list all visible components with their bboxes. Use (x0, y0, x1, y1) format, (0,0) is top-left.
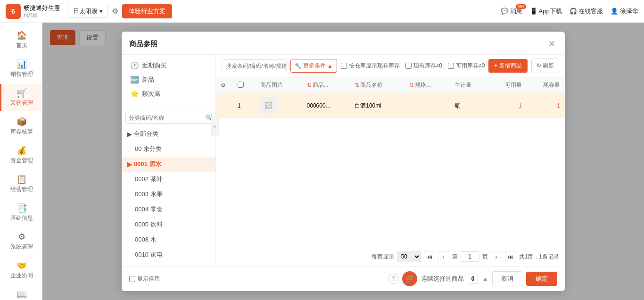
pagination: 每页显示 50 10 20 100 ⏮ ‹ 第 页 (216, 247, 565, 266)
category-beverage[interactable]: 0005 饮料 (122, 217, 215, 232)
toolbar: 🔍 🔧 更多条件 ▲ 按仓库显示现有库存 (216, 55, 565, 77)
check-warehouse[interactable]: 按仓库显示现有库存 (341, 62, 400, 70)
th-checkbox (233, 77, 256, 93)
product-image: 🖼 (260, 97, 277, 114)
exp-btn[interactable]: 体验行业方案 (122, 4, 172, 18)
total-info: 共1页，1条记录 (519, 253, 559, 261)
quick-access: 🕐 近期购买 🆕 新品 ⭐ 频次高 (122, 58, 215, 105)
more-filter-btn[interactable]: 🔧 更多条件 ▲ (290, 59, 337, 73)
th-stock: 现存量 (527, 77, 565, 93)
clock-icon: 🕐 (130, 61, 139, 70)
category-tea[interactable]: 0002 茶叶 (122, 172, 215, 187)
category-unclassified[interactable]: 00 未分类 (122, 142, 215, 157)
system-icon: ⚙ (18, 232, 25, 242)
table-body: 1 🖼 000600... (216, 93, 565, 118)
row-img: 🖼 (256, 93, 302, 118)
service-btn[interactable]: 🎧 在线客服 (570, 7, 603, 16)
modal-overlay: 商品参照 ✕ 🕐 近期购买 🆕 (42, 23, 644, 300)
quick-freq[interactable]: ⭐ 频次高 (125, 87, 212, 101)
sidebar-item-operations[interactable]: 📋 经营管理 (0, 170, 42, 197)
category-electronics[interactable]: 0010 家电 (122, 247, 215, 262)
check-stock-input[interactable] (405, 63, 412, 69)
purchase-icon: 🛒 (17, 88, 27, 98)
product-table-wrap: ⚙ 商品图片 (216, 77, 565, 247)
sidebar-item-inventory[interactable]: 📦 库存核算 (0, 113, 42, 140)
sidebar-item-system[interactable]: ⚙ 系统管理 (0, 228, 42, 255)
modal-title: 商品参照 (129, 40, 157, 49)
nav-right: 💬 99+ 消息 📱 App下载 🎧 在线客服 👤 徐泽华 (501, 7, 638, 16)
category-all[interactable]: ▶ 全部分类 (122, 126, 215, 142)
user-menu[interactable]: 👤 徐泽华 (611, 7, 638, 16)
quick-new[interactable]: 🆕 新品 (125, 73, 212, 87)
footer-right: ? 🛒 连续选择的商品 0 ▲ 取消 确定 (388, 271, 557, 286)
category-water[interactable]: 0008 水 (122, 232, 215, 247)
add-product-btn[interactable]: + 新增商品 (488, 59, 527, 73)
show-disabled-check[interactable]: 显示停用 (129, 275, 160, 283)
finance-icon: 💰 (17, 145, 27, 156)
collapse-up-btn[interactable]: ▲ (482, 275, 488, 283)
category-fruit[interactable]: 0003 水果 (122, 187, 215, 202)
category-list: ▶ 全部分类 00 未分类 ▶ 0001 酒水 (122, 126, 215, 262)
th-spec[interactable]: ⇅ 规格... (405, 77, 450, 93)
store-selector[interactable]: 日太阳膜 ▾ (68, 5, 108, 18)
arrow-icon-active: ▶ (127, 161, 132, 168)
sidebar-item-guide[interactable]: 📖 新手引导 (0, 285, 42, 300)
home-icon: 🏠 (17, 30, 27, 41)
right-panel: 🔍 🔧 更多条件 ▲ 按仓库显示现有库存 (216, 55, 565, 266)
next-page-btn[interactable]: › (491, 251, 502, 262)
sidebar-item-basic[interactable]: 📑 基础信息 (0, 199, 42, 226)
page-number-input[interactable] (461, 251, 479, 262)
check-avail-nonzero[interactable]: 可用库存≠0 (448, 62, 485, 70)
gear-icon[interactable]: ⚙ (112, 7, 118, 16)
sidebar-item-purchase[interactable]: 🛒 采购管理 (0, 84, 42, 111)
category-search-btn[interactable]: 🔍 (202, 112, 212, 123)
th-name[interactable]: ⇅ 商品名称 (350, 77, 405, 93)
corp-icon: 🤝 (17, 260, 27, 271)
first-page-btn[interactable]: ⏮ (424, 251, 435, 262)
product-search-input[interactable] (222, 60, 287, 72)
message-btn[interactable]: 💬 99+ 消息 (501, 7, 522, 16)
confirm-btn[interactable]: 确定 (526, 272, 557, 286)
cancel-btn[interactable]: 取消 (492, 271, 522, 286)
th-settings[interactable]: ⚙ (216, 77, 233, 93)
sort-icon: ⇅ (307, 82, 312, 89)
th-code[interactable]: ⇅ 商品... (302, 77, 350, 93)
row-num: 1 (233, 93, 256, 118)
left-panel: 🕐 近期购买 🆕 新品 ⭐ 频次高 (122, 55, 216, 266)
check-warehouse-input[interactable] (341, 63, 347, 69)
category-liquor[interactable]: ▶ 0001 酒水 (122, 157, 215, 172)
app-download-btn[interactable]: 📱 App下载 (530, 7, 562, 16)
page-size-select[interactable]: 50 10 20 100 (397, 251, 421, 262)
guide-icon: 📖 (17, 289, 27, 300)
category-search-input[interactable] (126, 113, 202, 123)
table-row[interactable]: 1 🖼 000600... (216, 93, 565, 118)
last-page-btn[interactable]: ⏭ (505, 251, 516, 262)
sidebar-item-home[interactable]: 🏠 首页 (0, 26, 42, 53)
th-unit[interactable]: 主计量 (450, 77, 488, 93)
check-stock-nonzero[interactable]: 现有库存≠0 (405, 62, 442, 70)
basic-icon: 📑 (17, 203, 27, 213)
row-spec (405, 93, 450, 118)
quick-recent[interactable]: 🕐 近期购买 (125, 58, 212, 73)
select-all-checkbox[interactable] (238, 82, 244, 88)
logo-icon: 6 (6, 4, 21, 19)
sidebar-item-corp[interactable]: 🤝 企业协同 (0, 257, 42, 283)
cart-icon-btn[interactable]: 🛒 (402, 271, 417, 286)
operations-icon: 📋 (17, 174, 27, 184)
refresh-btn[interactable]: ↻ 刷新 (531, 58, 559, 73)
check-avail-input[interactable] (448, 63, 454, 69)
sidebar-item-sales[interactable]: 📊 销售管理 (0, 55, 42, 82)
layout: 🏠 首页 📊 销售管理 🛒 采购管理 📦 库存核算 💰 资金管理 📋 经营管理 … (0, 23, 644, 300)
filter-checkboxes: 按仓库显示现有库存 现有库存≠0 可用库存≠0 (341, 62, 485, 70)
sort-icon-name: ⇅ (355, 82, 359, 89)
show-disabled-input[interactable] (129, 276, 135, 282)
modal-close-btn[interactable]: ✕ (546, 38, 557, 50)
help-btn[interactable]: ? (388, 274, 398, 284)
prev-page-btn[interactable]: ‹ (438, 251, 449, 262)
arrow-icon: ▶ (127, 131, 132, 138)
logo-text: 畅捷通好生意 精品版 (24, 4, 60, 19)
category-snack[interactable]: 0004 零食 (122, 202, 215, 217)
left-panel-collapse-btn[interactable]: « (211, 117, 219, 136)
sidebar-item-finance[interactable]: 💰 资金管理 (0, 142, 42, 168)
product-reference-modal: 商品参照 ✕ 🕐 近期购买 🆕 (122, 32, 565, 291)
